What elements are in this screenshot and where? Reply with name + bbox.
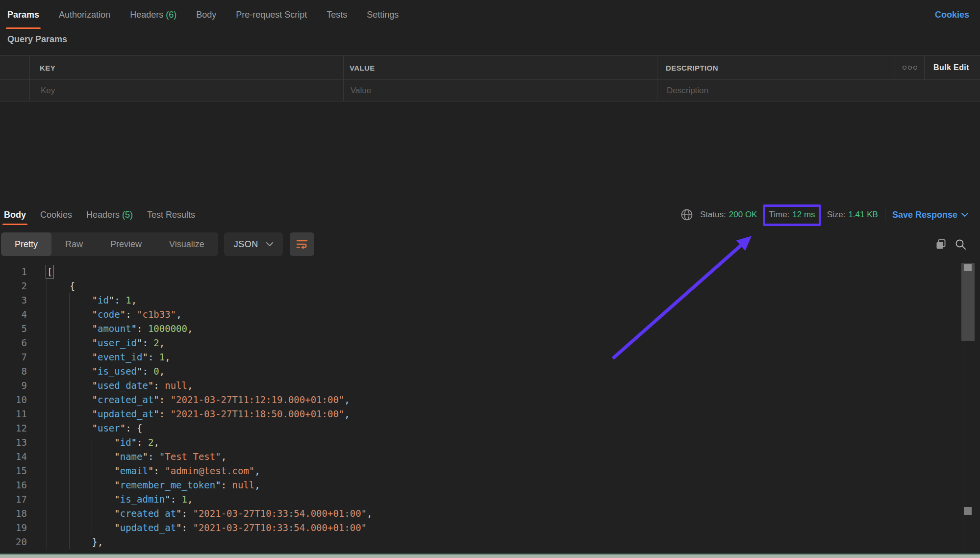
code-line: 3 "id": 1, — [0, 293, 965, 307]
more-options-icon — [903, 66, 917, 70]
line-number: 7 — [0, 350, 27, 364]
line-number: 9 — [0, 379, 27, 393]
response-tab-test-results-label: Test Results — [147, 210, 195, 220]
code-line: 2 { — [0, 279, 965, 293]
tab-headers-count: (6) — [166, 10, 176, 20]
request-tab-bar: Params Authorization Headers (6) Body Pr… — [0, 0, 980, 29]
network-globe-icon[interactable] — [680, 208, 693, 221]
postman-request-response-view: { "colors": { "accent_orange": "#ff6c37"… — [0, 0, 980, 558]
param-description-cell — [657, 80, 980, 101]
view-mode-raw[interactable]: Raw — [51, 232, 97, 256]
tab-body-label: Body — [196, 10, 216, 20]
line-number: 16 — [0, 478, 27, 492]
code-line: 1[ — [0, 265, 965, 279]
param-key-cell — [29, 80, 343, 101]
tab-headers[interactable]: Headers (6) — [130, 0, 176, 29]
view-mode-pretty[interactable]: Pretty — [1, 232, 51, 256]
tab-headers-label: Headers — [130, 10, 163, 20]
code-line: 16 "remember_me_token": null, — [0, 478, 965, 492]
line-number: 17 — [0, 492, 27, 507]
code-line-content: "user_id": 2, — [47, 336, 165, 350]
line-number: 4 — [0, 307, 27, 322]
code-line-content: "event_id": 1, — [47, 350, 171, 364]
search-icon[interactable] — [955, 239, 966, 250]
status-value: 200 OK — [729, 210, 757, 220]
code-line: 12 "user": { — [0, 421, 965, 435]
query-params-table: KEY VALUE DESCRIPTION Bulk Edit — [0, 55, 980, 101]
code-line: 9 "used_date": null, — [0, 379, 965, 393]
size-value: 1.41 KB — [848, 210, 878, 220]
param-key-input[interactable] — [40, 85, 343, 96]
response-tab-headers-count: (5) — [122, 210, 133, 220]
indent-guide — [47, 279, 47, 549]
code-line-content: "updated_at": "2021-03-27T11:18:50.000+0… — [47, 407, 350, 421]
tab-pre-request-script-label: Pre-request Script — [236, 10, 307, 20]
view-mode-visualize[interactable]: Visualize — [155, 232, 218, 256]
bulk-edit-button[interactable]: Bulk Edit — [924, 56, 980, 80]
param-value-input[interactable] — [350, 85, 657, 96]
copy-response-icon[interactable] — [935, 239, 947, 250]
size-badge: Size: 1.41 KB — [827, 210, 878, 220]
save-response-button[interactable]: Save Response — [892, 210, 968, 220]
line-number: 8 — [0, 364, 27, 379]
tab-body[interactable]: Body — [196, 0, 216, 29]
param-row-select-cell — [0, 80, 29, 101]
view-mode-switcher: Pretty Raw Preview Visualize — [1, 232, 218, 256]
param-description-input[interactable] — [666, 85, 980, 96]
code-line-content: "is_used": 0, — [47, 364, 165, 379]
line-number: 19 — [0, 521, 27, 535]
status-label: Status: — [700, 210, 726, 220]
code-line: 19 "updated_at": "2021-03-27T10:33:54.00… — [0, 521, 965, 535]
line-wrap-icon — [296, 239, 308, 250]
tab-pre-request-script[interactable]: Pre-request Script — [236, 0, 307, 29]
response-tab-headers[interactable]: Headers (5) — [86, 203, 133, 226]
line-wrap-button[interactable] — [290, 232, 314, 256]
tab-settings-label: Settings — [367, 10, 399, 20]
line-number: 18 — [0, 507, 27, 521]
format-selector-dropdown[interactable]: JSON — [224, 232, 283, 256]
time-label: Time: — [769, 210, 789, 220]
tab-tests-label: Tests — [327, 10, 347, 20]
line-number: 13 — [0, 435, 27, 450]
scrollbar-thumb[interactable] — [961, 263, 975, 341]
line-number: 2 — [0, 279, 27, 293]
response-tab-cookies-label: Cookies — [40, 210, 72, 220]
params-more-options-button[interactable] — [895, 56, 924, 80]
tab-params-label: Params — [7, 10, 39, 20]
response-tab-body[interactable]: Body — [4, 203, 26, 226]
line-number: 11 — [0, 407, 27, 421]
line-number: 14 — [0, 450, 27, 464]
tab-settings[interactable]: Settings — [367, 0, 399, 29]
response-body-code[interactable]: 1[2 {3 "id": 1,4 "code": "c1b33",5 "amou… — [0, 265, 965, 549]
code-line: 8 "is_used": 0, — [0, 364, 965, 379]
code-line: 15 "email": "admin@test.com", — [0, 464, 965, 478]
code-line: 11 "updated_at": "2021-03-27T11:18:50.00… — [0, 407, 965, 421]
tab-authorization[interactable]: Authorization — [59, 0, 110, 29]
code-line: 10 "created_at": "2021-03-27T11:12:19.00… — [0, 393, 965, 407]
line-number: 20 — [0, 535, 27, 549]
indent-guide — [69, 293, 70, 549]
view-mode-preview[interactable]: Preview — [97, 232, 155, 256]
code-line-content: "id": 2, — [47, 435, 159, 450]
code-line: 7 "event_id": 1, — [0, 350, 965, 364]
line-number: 12 — [0, 421, 27, 435]
params-description-column-header: DESCRIPTION — [657, 56, 895, 80]
tab-authorization-label: Authorization — [59, 10, 110, 20]
tab-tests[interactable]: Tests — [327, 0, 347, 29]
response-tab-body-label: Body — [4, 210, 26, 220]
format-selector-value: JSON — [234, 239, 258, 250]
code-line: 17 "is_admin": 1, — [0, 492, 965, 507]
line-number: 6 — [0, 336, 27, 350]
chevron-down-icon — [961, 213, 968, 217]
param-value-cell — [343, 80, 657, 101]
size-label: Size: — [827, 210, 846, 220]
code-line-content: "email": "admin@test.com", — [47, 464, 260, 478]
line-number: 5 — [0, 322, 27, 336]
response-tab-cookies[interactable]: Cookies — [40, 203, 72, 226]
tab-params[interactable]: Params — [7, 0, 39, 29]
code-line-content: "created_at": "2021-03-27T10:33:54.000+0… — [47, 507, 373, 521]
code-line: 6 "user_id": 2, — [0, 336, 965, 350]
time-badge: Time: 12 ms — [764, 206, 820, 223]
cookies-link[interactable]: Cookies — [935, 0, 969, 29]
response-tab-test-results[interactable]: Test Results — [147, 203, 195, 226]
